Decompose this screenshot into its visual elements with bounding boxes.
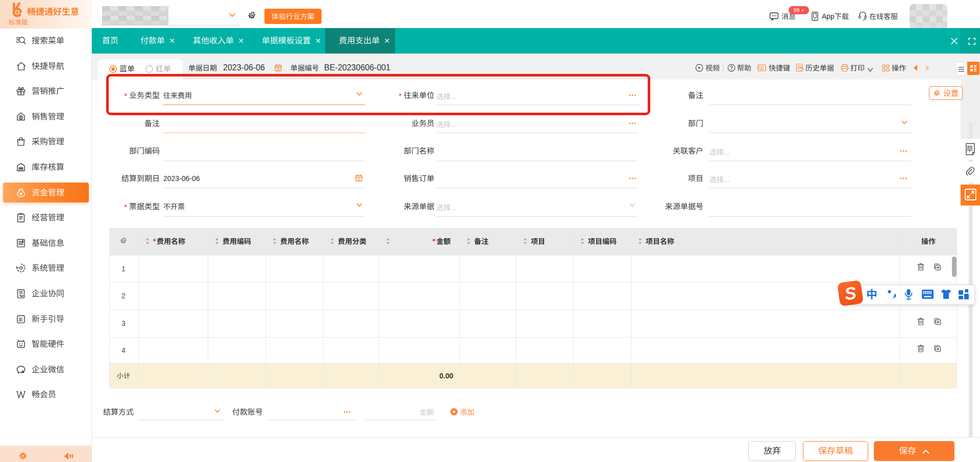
svg-text:新: 新 bbox=[18, 316, 23, 322]
